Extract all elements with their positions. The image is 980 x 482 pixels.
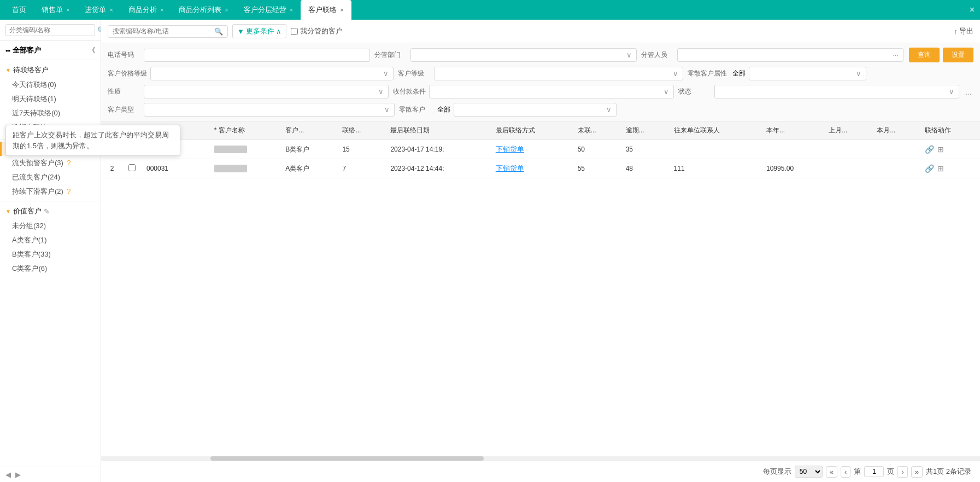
query-button[interactable]: 查询 [909,48,940,62]
row-last-contact-date: 2023-04-12 14:44: [385,159,490,178]
row-checkbox[interactable] [128,164,136,171]
action-grid-icon[interactable]: ⊞ [937,164,944,173]
page-number-input[interactable] [864,466,884,477]
sidebar-item-lost-predict[interactable]: 流失预警客户(3) ? [0,156,101,170]
gender-select[interactable]: ∨ [144,85,389,98]
first-page-btn[interactable]: « [826,466,837,478]
th-customer-name: * 客户名称 [209,121,280,140]
sidebar-item-a-class[interactable]: A类客户(1) [0,233,101,247]
next-page-btn[interactable]: › [897,466,907,478]
branch-person-select[interactable]: ··· [677,48,903,62]
phone-input[interactable] [144,49,370,62]
sidebar-item-declining[interactable]: 持续下滑客户(2) ? [0,184,101,199]
row-contact-person [668,140,761,159]
last-page-btn[interactable]: » [911,466,923,478]
sidebar-search-button[interactable]: 🔍 [97,26,101,34]
th-contact-count: 联络... [337,121,385,140]
value-customer-edit-icon[interactable]: ✎ [44,207,50,216]
retail-customer-attr-select[interactable]: ∨ [749,67,866,80]
row-customer-type: B类客户 [280,140,337,159]
action-grid-icon[interactable]: ⊞ [937,145,944,154]
customer-price-level-label: 客户价格等级 [108,69,147,78]
customer-price-level-cell: 客户价格等级 ∨ [108,67,394,80]
search-input-wrap: 🔍 [108,25,228,38]
row-last-contact-method[interactable]: 下销货单 [490,159,572,178]
pending-contact-group[interactable]: ▼ 待联络客户 [0,62,101,78]
tooltip-box: 距客户上次交易时长，超过了此客户的平均交易周期的1.5倍，则视为异常。 [5,125,180,156]
nav-customer-contact[interactable]: 客户联络 × [301,0,351,20]
all-customers-label: 全部客户 [13,45,41,55]
export-icon: ↑ [954,27,958,36]
payment-select[interactable]: ∨ [429,85,674,98]
more-conditions-arrow: ∧ [276,27,281,36]
th-last-contact-date: 最后联络日期 [385,121,490,140]
sidebar-item-7days-pending[interactable]: 近7天待联络(0) [0,106,101,120]
scroll-thumb[interactable] [210,456,484,461]
sidebar-bottom-left-arrow[interactable]: ◀ [5,471,11,479]
status-select[interactable]: ∨ [714,85,959,98]
sidebar-bottom: ◀ ▶ [0,467,101,482]
retail-customer-select[interactable]: ∨ [454,103,617,117]
customer-level-select[interactable]: ∨ [434,67,684,80]
close-customer-contact-tab[interactable]: × [340,7,343,13]
row-contact-person: 111 [668,159,761,178]
sidebar-all-customers-header: ▪▪ 全部客户 《 [0,41,101,60]
nav-customer-tier[interactable]: 客户分层经营 × [236,0,301,20]
branch-dept-select[interactable]: ∨ [410,48,637,62]
main-search-icon[interactable]: 🔍 [214,27,223,36]
row-last-month [823,159,871,178]
nav-product-analysis-list[interactable]: 商品分析列表 × [171,0,236,20]
prev-page-btn[interactable]: ‹ [841,466,850,478]
sidebar-item-tomorrow-pending[interactable]: 明天待联络(1) [0,92,101,106]
settings-button[interactable]: 设置 [943,48,973,62]
sidebar-item-c-class[interactable]: C类客户(6) [0,262,101,276]
horizontal-scrollbar[interactable] [101,456,980,461]
nav-close-all[interactable]: × [970,5,975,15]
row-overdue: 48 [620,159,668,178]
nav-home[interactable]: 首页 [4,0,34,20]
sidebar-item-b-class[interactable]: B类客户(33) [0,247,101,262]
filter-more-button[interactable]: ... [964,86,973,98]
export-button[interactable]: ↑ 导出 [954,26,974,36]
filter-row-3: 性质 ∨ 收付款条件 ∨ 状态 ∨ ... [108,85,973,98]
main-search-input[interactable] [113,27,212,35]
customer-price-level-select[interactable]: ∨ [150,67,394,80]
close-customer-tier-tab[interactable]: × [290,7,293,13]
sidebar-search-input[interactable] [5,24,95,36]
branch-person-label: 分管人员 [641,50,674,60]
retail-customer-value: 全部 [437,105,450,114]
row-uncontacted: 55 [572,159,620,178]
status-cell: 状态 ∨ [678,85,959,98]
nav-product-analysis[interactable]: 商品分析 × [121,0,171,20]
row-code: 000031 [141,159,209,178]
action-link-icon[interactable]: 🔗 [925,145,934,154]
row-check[interactable] [123,159,141,178]
row-name [209,140,280,159]
more-conditions-btn[interactable]: ▼ 更多条件 ∧ [232,24,286,38]
close-purchase-tab[interactable]: × [109,7,113,13]
row-current-month [871,140,919,159]
sidebar-item-today-pending[interactable]: 今天待联络(0) [0,78,101,92]
per-page-select[interactable]: 50 100 200 [795,466,823,478]
action-link-icon[interactable]: 🔗 [925,164,934,173]
sidebar-collapse-btn[interactable]: 《 [89,46,95,55]
value-customer-group[interactable]: ▼ 价值客户 ✎ [0,204,101,219]
row-current-year: 10995.00 [761,159,823,178]
nav-sales[interactable]: 销售单 × [34,0,77,20]
my-customer-filter[interactable]: 我分管的客户 [291,26,343,36]
th-last-month: 上月... [823,121,871,140]
close-product-list-tab[interactable]: × [225,7,228,13]
nav-purchase[interactable]: 进货单 × [77,0,120,20]
row-last-contact-method[interactable]: 下销货单 [490,140,572,159]
customer-type-select[interactable]: ∨ [144,103,395,117]
th-current-year: 本年... [761,121,823,140]
filter-row-4: 客户类型 ∨ 零散客户 全部 ∨ [108,103,973,117]
close-product-analysis-tab[interactable]: × [160,7,163,13]
table-body: 1 000039 B类客户 15 2023-04-17 14:19: 下销货单 … [101,140,980,178]
sidebar-item-ungrouped[interactable]: 未分组(32) [0,219,101,233]
row-actions: 🔗 ⊞ [919,159,980,178]
my-customer-checkbox[interactable] [291,28,298,35]
sidebar-bottom-expand[interactable]: ▶ [15,471,21,479]
close-sales-tab[interactable]: × [66,7,69,13]
sidebar-item-lost[interactable]: 已流失客户(24) [0,170,101,184]
